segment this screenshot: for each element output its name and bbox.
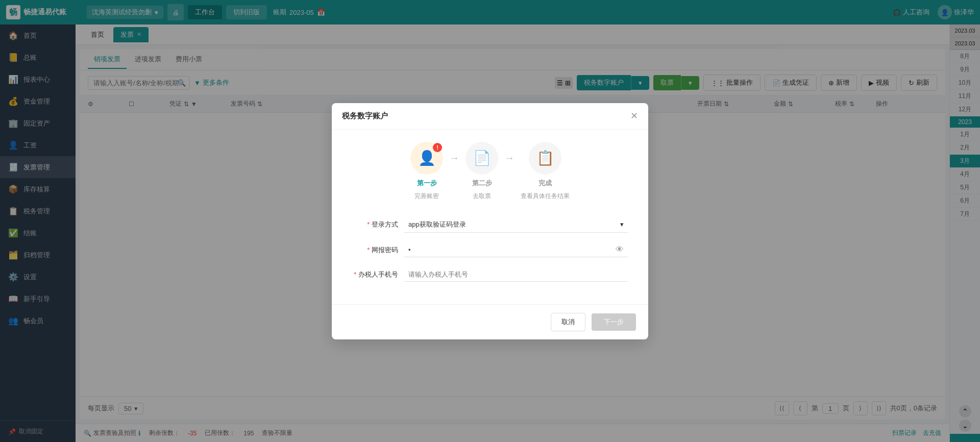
step-1: 👤 ! 第一步 完善账密 <box>410 142 443 201</box>
step-1-badge: ! <box>433 143 442 152</box>
password-input-wrap: 👁 <box>404 243 628 257</box>
login-method-select[interactable]: app获取验证码登录 ▾ <box>404 217 628 233</box>
step-1-label: 第一步 <box>417 179 437 188</box>
steps-indicator: 👤 ! 第一步 完善账密 → 📄 第二步 去取票 → <box>352 142 628 201</box>
arrow-2-3: → <box>498 142 521 164</box>
modal-body: 👤 ! 第一步 完善账密 → 📄 第二步 去取票 → <box>332 130 648 304</box>
step-2-icon: 📄 <box>465 142 498 175</box>
step-1-desc: 完善账密 <box>414 192 439 201</box>
cancel-button[interactable]: 取消 <box>551 313 585 331</box>
login-method-value: app获取验证码登录 <box>408 220 466 229</box>
password-input[interactable] <box>404 243 611 257</box>
required-star-1: * <box>367 220 370 228</box>
required-star-2: * <box>367 246 370 254</box>
form-row-login-method: * 登录方式 app获取验证码登录 ▾ <box>352 217 628 233</box>
step-2-label: 第二步 <box>472 179 492 188</box>
step-3-icon: 📋 <box>529 142 561 175</box>
modal-form: * 登录方式 app获取验证码登录 ▾ * 网报密码 <box>352 217 628 282</box>
step-3-label: 完成 <box>538 179 552 188</box>
required-star-3: * <box>354 271 356 278</box>
tax-digital-modal: 税务数字账户 ✕ 👤 ! 第一步 完善账密 → <box>332 103 648 339</box>
step-2-desc: 去取票 <box>473 192 491 201</box>
modal-footer: 取消 下一步 <box>332 304 648 339</box>
modal-title: 税务数字账户 <box>342 111 388 121</box>
step-1-icon: 👤 ! <box>410 142 443 175</box>
password-label: * 网报密码 <box>352 245 398 255</box>
phone-input[interactable] <box>404 267 628 282</box>
next-button[interactable]: 下一步 <box>592 313 636 331</box>
step-3: 📋 完成 查看具体任务结果 <box>521 142 570 201</box>
form-row-password: * 网报密码 👁 <box>352 243 628 257</box>
password-toggle-icon[interactable]: 👁 <box>611 245 628 254</box>
login-method-label: * 登录方式 <box>352 220 398 229</box>
phone-label: * 办税人手机号 <box>352 270 398 279</box>
modal-header: 税务数字账户 ✕ <box>332 103 648 130</box>
step-3-desc: 查看具体任务结果 <box>521 192 570 201</box>
dropdown-chevron: ▾ <box>620 220 624 228</box>
step-2: 📄 第二步 去取票 <box>465 142 498 201</box>
modal-overlay[interactable]: 税务数字账户 ✕ 👤 ! 第一步 完善账密 → <box>0 0 980 442</box>
form-row-phone: * 办税人手机号 <box>352 267 628 282</box>
modal-close-btn[interactable]: ✕ <box>630 111 638 120</box>
arrow-1-2: → <box>443 142 465 164</box>
